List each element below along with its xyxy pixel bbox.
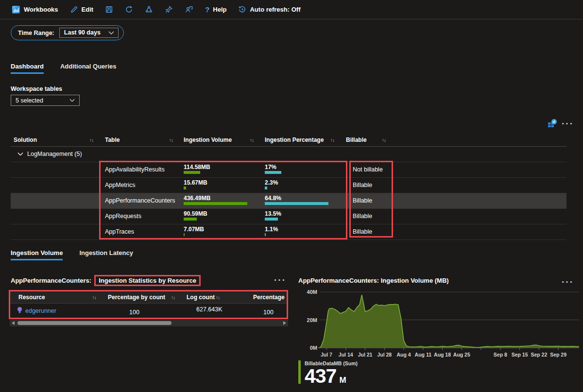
annotation-box-resource-table xyxy=(9,290,288,319)
chart-panel-ellipsis[interactable]: ··· xyxy=(562,280,574,285)
workspace-tables-value: 5 selected xyxy=(16,97,43,104)
resource-panel-title: AppPerformanceCounters:Ingestion Statist… xyxy=(11,275,201,286)
top-tabs: Dashboard Additional Queries xyxy=(11,63,116,74)
tab-ingestion-volume[interactable]: Ingestion Volume xyxy=(11,249,63,260)
share-nodes-button[interactable] xyxy=(145,5,153,14)
annotation-box-table-columns xyxy=(99,161,347,239)
time-range-value: Last 90 days xyxy=(64,29,101,36)
scroll-right-arrow-icon[interactable] xyxy=(283,321,286,325)
svg-text:Sep 29: Sep 29 xyxy=(550,352,566,358)
svg-text:Jul 28: Jul 28 xyxy=(377,352,392,358)
chevron-down-icon xyxy=(108,31,114,34)
ingestion-volume-area-chart: 0M20M40MJul 7Jul 14Jul 21Jul 28Aug 4Aug … xyxy=(298,287,580,359)
workbooks-gallery-button[interactable]: Workbooks xyxy=(12,5,58,14)
resource-panel-title-prefix: AppPerformanceCounters: xyxy=(11,277,91,284)
svg-text:Sep 22: Sep 22 xyxy=(531,352,547,358)
column-header-billable[interactable]: Billable xyxy=(346,136,367,143)
svg-text:Aug 4: Aug 4 xyxy=(396,352,411,358)
workspace-tables-label: Workspace tables xyxy=(11,85,62,92)
svg-text:20M: 20M xyxy=(307,317,317,323)
svg-text:Sep 15: Sep 15 xyxy=(512,352,528,358)
resource-panel-title-highlighted: Ingestion Statistics by Resource xyxy=(94,275,201,286)
svg-text:Aug 18: Aug 18 xyxy=(434,352,451,358)
pin-button[interactable] xyxy=(165,5,173,14)
tab-ingestion-latency[interactable]: Ingestion Latency xyxy=(79,249,133,260)
toolbar: Workbooks Edit xyxy=(0,0,583,19)
pin-icon xyxy=(165,5,173,14)
workspace-tables-dropdown[interactable]: 5 selected xyxy=(11,95,80,106)
edit-label: Edit xyxy=(82,6,94,13)
scroll-left-arrow-icon[interactable] xyxy=(12,321,15,325)
tab-additional-queries[interactable]: Additional Queries xyxy=(60,63,117,74)
header-divider xyxy=(11,146,566,147)
save-button[interactable] xyxy=(105,5,113,14)
refresh-button[interactable] xyxy=(125,5,133,14)
column-header-ingestion-percentage[interactable]: Ingestion Percentage xyxy=(265,136,324,143)
time-range-label: Time Range: xyxy=(18,30,54,36)
sort-icon[interactable]: ↑↓ xyxy=(89,137,93,143)
sort-icon[interactable]: ↑↓ xyxy=(330,137,334,143)
column-header-ingestion-volume[interactable]: Ingestion Volume xyxy=(184,136,232,143)
column-header-table[interactable]: Table xyxy=(105,136,120,143)
svg-text:40M: 40M xyxy=(307,289,317,295)
group-label: LogManagement (5) xyxy=(27,151,82,157)
nodes-icon xyxy=(145,5,153,14)
workbooks-label: Workbooks xyxy=(24,6,58,13)
legend-color-swatch xyxy=(298,360,301,384)
svg-text:Jul 14: Jul 14 xyxy=(339,352,353,358)
column-header-solution[interactable]: Solution xyxy=(14,136,37,143)
edit-button[interactable]: Edit xyxy=(70,5,94,14)
svg-text:Jul 7: Jul 7 xyxy=(321,352,332,358)
tab-dashboard[interactable]: Dashboard xyxy=(11,63,44,74)
auto-refresh-button[interactable]: Auto refresh: Off xyxy=(238,5,300,14)
help-button[interactable]: ? Help xyxy=(205,5,226,14)
svg-text:Sep 8: Sep 8 xyxy=(494,352,507,358)
group-row-logmanagement[interactable]: LogManagement (5) xyxy=(17,151,82,157)
chart-legend[interactable]: BillableDataMB (Sum) 437 M xyxy=(298,360,358,386)
time-range-pill: Time Range: Last 90 days xyxy=(11,25,124,40)
refresh-icon xyxy=(125,5,133,14)
grid-menu-ellipsis[interactable]: ··· xyxy=(562,121,574,126)
svg-text:Aug 25: Aug 25 xyxy=(453,352,470,358)
sort-icon[interactable]: ↑↓ xyxy=(250,137,254,143)
sub-tabs: Ingestion Volume Ingestion Latency xyxy=(11,249,133,260)
chevron-down-icon xyxy=(17,152,23,156)
horizontal-scrollbar[interactable] xyxy=(10,320,288,326)
auto-refresh-label: Auto refresh: Off xyxy=(250,6,300,13)
scrollbar-thumb[interactable] xyxy=(17,321,171,325)
save-icon xyxy=(105,5,113,14)
svg-text:Aug 11: Aug 11 xyxy=(415,352,432,358)
svg-text:0M: 0M xyxy=(310,345,317,351)
legend-total-value: 437 xyxy=(305,367,336,386)
help-label: Help xyxy=(213,6,226,13)
legend-total-unit: M xyxy=(339,375,346,385)
history-clock-icon xyxy=(238,5,246,14)
resource-panel-ellipsis[interactable]: ··· xyxy=(274,278,286,283)
sort-icon[interactable]: ↑↓ xyxy=(382,137,386,143)
person-icon xyxy=(185,5,193,14)
svg-text:Jul 21: Jul 21 xyxy=(358,352,373,358)
annotation-box-billable-column xyxy=(349,161,393,238)
feedback-button[interactable] xyxy=(185,5,193,14)
time-range-dropdown[interactable]: Last 90 days xyxy=(59,28,119,38)
workbooks-logo-icon xyxy=(12,5,20,14)
chevron-down-icon xyxy=(69,99,75,102)
pencil-icon xyxy=(70,5,78,14)
chart-panel-title: AppPerformanceCounters: Ingestion Volume… xyxy=(298,277,449,284)
sort-icon[interactable]: ↑↓ xyxy=(169,137,173,143)
workbook-chart-mini-icon[interactable] xyxy=(547,119,558,130)
help-question-icon: ? xyxy=(205,5,209,14)
